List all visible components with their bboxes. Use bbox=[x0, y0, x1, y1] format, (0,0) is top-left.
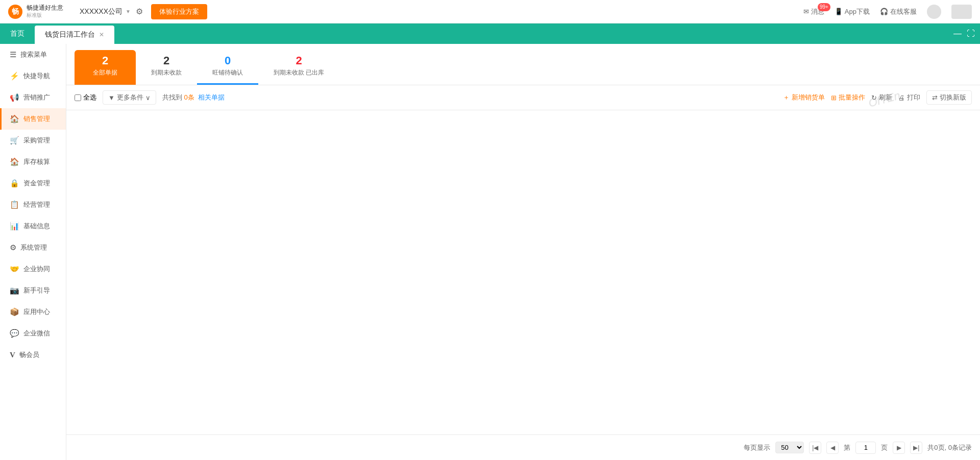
sidebar-item-label-purchase: 采购管理 bbox=[23, 136, 50, 145]
prev-page-button[interactable]: ◀ bbox=[826, 442, 839, 454]
phone-icon: 📱 bbox=[835, 8, 843, 15]
inventory-icon: 🏠 bbox=[10, 157, 19, 166]
select-all-label: 全选 bbox=[83, 93, 96, 102]
headset-icon: 🎧 bbox=[880, 8, 888, 15]
stat-tab-overdue-shipped[interactable]: 2 到期未收款 已出库 bbox=[258, 50, 339, 85]
sidebar-item-sales[interactable]: 🏠 销售管理 bbox=[0, 108, 66, 130]
add-icon: ＋ bbox=[783, 93, 790, 102]
first-page-button[interactable]: |◀ bbox=[809, 442, 821, 454]
tab-minimize-icon[interactable]: — bbox=[953, 29, 962, 38]
sidebar-item-label-marketing: 营销推广 bbox=[23, 93, 50, 102]
purchase-icon: 🛒 bbox=[10, 136, 19, 145]
next-page-button[interactable]: ▶ bbox=[893, 442, 905, 454]
stat-overdue-label: 到期未收款 bbox=[151, 68, 182, 77]
stat-overdue-shipped-num: 2 bbox=[296, 54, 302, 67]
switch-label: 切换新版 bbox=[940, 93, 966, 102]
marketing-icon: 📢 bbox=[10, 93, 19, 102]
per-page-select[interactable]: 50 100 200 bbox=[775, 442, 804, 453]
message-button[interactable]: ✉ 消息 99+ bbox=[803, 7, 824, 16]
sidebar-item-label-appcenter: 应用中心 bbox=[23, 307, 50, 317]
sidebar-item-label-sales: 销售管理 bbox=[23, 114, 50, 124]
per-page-label: 每页显示 bbox=[744, 443, 770, 452]
sidebar-item-system[interactable]: ⚙ 系统管理 bbox=[0, 237, 66, 258]
logo-sub: 标准版 bbox=[27, 12, 63, 19]
sidebar-item-finance[interactable]: 🔒 资金管理 bbox=[0, 173, 66, 194]
related-link[interactable]: 相关单据 bbox=[198, 93, 225, 101]
more-filters-label: 更多条件 bbox=[117, 93, 143, 102]
refresh-button[interactable]: ↻ 刷新 bbox=[871, 93, 892, 102]
total-info: 共0页, 0条记录 bbox=[927, 443, 972, 452]
basicinfo-icon: 📊 bbox=[10, 222, 19, 231]
sidebar-item-label-member: 畅会员 bbox=[19, 350, 39, 359]
last-page-button[interactable]: ▶| bbox=[910, 442, 922, 454]
tab-home-label: 首页 bbox=[10, 29, 24, 38]
page-input[interactable] bbox=[855, 442, 876, 454]
system-icon: ⚙ bbox=[10, 243, 16, 252]
sales-icon: 🏠 bbox=[10, 114, 19, 124]
appcenter-icon: 📦 bbox=[10, 307, 19, 317]
pagination: 每页显示 50 100 200 |◀ ◀ 第 页 ▶ ▶| 共0页, 0条记录 bbox=[66, 434, 980, 460]
sidebar-item-label-search: 搜索菜单 bbox=[20, 50, 47, 59]
member-icon: V bbox=[10, 351, 15, 359]
select-all-input[interactable] bbox=[75, 94, 81, 101]
online-service-label: 在线客服 bbox=[890, 7, 917, 16]
enterprise-icon: 🤝 bbox=[10, 264, 19, 274]
print-button[interactable]: 🖨 打印 bbox=[898, 93, 920, 102]
switch-icon: ⇄ bbox=[932, 94, 938, 102]
found-text: 共找到 0条 相关单据 bbox=[162, 93, 225, 102]
logo-name: 畅捷通好生意 bbox=[27, 4, 63, 12]
chevron-filter-icon: ∨ bbox=[145, 94, 151, 102]
app-download-label: App下载 bbox=[845, 7, 870, 16]
company-selector[interactable]: XXXXXX公司 ▼ bbox=[80, 7, 131, 16]
found-count: 0条 bbox=[184, 93, 194, 101]
add-sales-order-button[interactable]: ＋ 新增销货单 bbox=[783, 93, 825, 102]
tab-workbench[interactable]: 钱货日清工作台 ✕ bbox=[35, 26, 114, 44]
sidebar-item-purchase[interactable]: 🛒 采购管理 bbox=[0, 130, 66, 151]
found-prefix: 共找到 bbox=[162, 93, 182, 101]
sidebar-item-label-operation: 经营管理 bbox=[23, 200, 50, 209]
app-download-button[interactable]: 📱 App下载 bbox=[835, 7, 870, 16]
sidebar-item-basicinfo[interactable]: 📊 基础信息 bbox=[0, 215, 66, 237]
sidebar-item-appcenter[interactable]: 📦 应用中心 bbox=[0, 301, 66, 323]
toolbar-left: 全选 ▼ 更多条件 ∨ 共找到 0条 相关单据 bbox=[75, 90, 777, 105]
stat-overdue-shipped-label: 到期未收款 已出库 bbox=[274, 68, 324, 77]
tab-close-icon[interactable]: ✕ bbox=[99, 31, 104, 38]
sidebar-item-quicknav[interactable]: ⚡ 快捷导航 bbox=[0, 65, 66, 87]
tab-home[interactable]: 首页 bbox=[0, 23, 35, 44]
sidebar-item-label-system: 系统管理 bbox=[20, 243, 47, 252]
batch-operation-button[interactable]: ⊞ 批量操作 bbox=[831, 93, 865, 102]
sidebar-item-guide[interactable]: 📷 新手引导 bbox=[0, 280, 66, 301]
stat-overdue-num: 2 bbox=[163, 54, 169, 67]
sidebar-item-weixin[interactable]: 💬 企业微信 bbox=[0, 323, 66, 344]
experience-button[interactable]: 体验行业方案 bbox=[151, 4, 207, 19]
stat-tab-all[interactable]: 2 全部单据 bbox=[75, 50, 136, 85]
sidebar-item-member[interactable]: V 畅会员 bbox=[0, 344, 66, 366]
print-label: 打印 bbox=[907, 93, 920, 102]
print-icon: 🖨 bbox=[898, 94, 905, 102]
avatar[interactable] bbox=[927, 5, 941, 19]
more-filters-button[interactable]: ▼ 更多条件 ∨ bbox=[103, 90, 156, 105]
sidebar-item-label-basicinfo: 基础信息 bbox=[23, 222, 50, 231]
sidebar-item-enterprise[interactable]: 🤝 企业协同 bbox=[0, 258, 66, 280]
chevron-down-icon: ▼ bbox=[126, 9, 131, 14]
sidebar: ☰ 搜索菜单 ⚡ 快捷导航 📢 营销推广 🏠 销售管理 🛒 采购管理 🏠 库存核… bbox=[0, 44, 66, 460]
stat-tab-wangpu[interactable]: 0 旺铺待确认 bbox=[197, 50, 258, 85]
sidebar-item-search[interactable]: ☰ 搜索菜单 bbox=[0, 44, 66, 65]
tab-maximize-icon[interactable]: ⛶ bbox=[967, 29, 975, 38]
sidebar-item-marketing[interactable]: 📢 营销推广 bbox=[0, 87, 66, 108]
sidebar-item-inventory[interactable]: 🏠 库存核算 bbox=[0, 151, 66, 173]
user-name-area[interactable] bbox=[951, 5, 972, 19]
message-badge: 99+ bbox=[818, 3, 830, 11]
settings-icon[interactable]: ⚙ bbox=[136, 7, 143, 16]
top-header: 畅 畅捷通好生意 标准版 XXXXXX公司 ▼ ⚙ 体验行业方案 ✉ 消息 99… bbox=[0, 0, 980, 23]
sidebar-item-label-guide: 新手引导 bbox=[23, 286, 50, 295]
tab-bar-actions: — ⛶ bbox=[953, 29, 980, 38]
online-service-button[interactable]: 🎧 在线客服 bbox=[880, 7, 917, 16]
select-all-checkbox[interactable]: 全选 bbox=[75, 93, 96, 102]
finance-icon: 🔒 bbox=[10, 179, 19, 188]
switch-new-version-button[interactable]: ⇄ 切换新版 bbox=[926, 90, 972, 105]
company-name: XXXXXX公司 bbox=[80, 7, 122, 16]
sidebar-item-operation[interactable]: 📋 经营管理 bbox=[0, 194, 66, 215]
table-area bbox=[66, 110, 980, 434]
stat-tab-overdue[interactable]: 2 到期未收款 bbox=[136, 50, 197, 85]
